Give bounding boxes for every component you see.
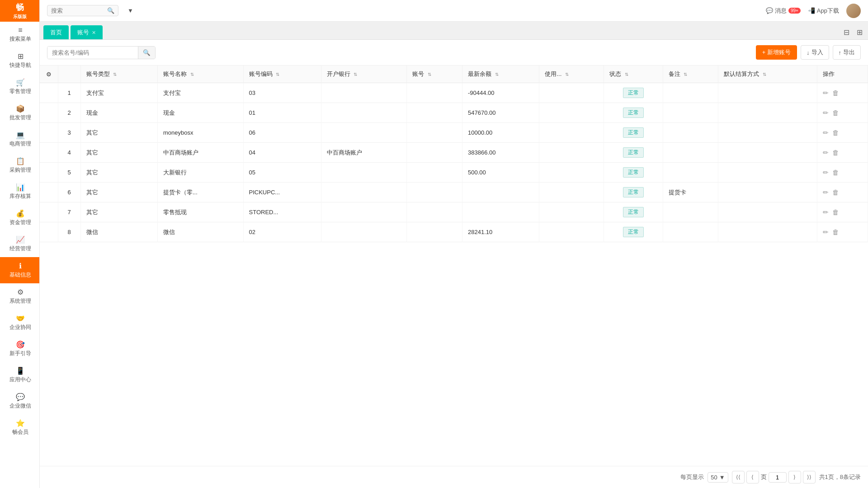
row-actions: ✏ 🗑 — [817, 143, 868, 163]
edit-icon[interactable]: ✏ — [823, 129, 829, 137]
table-row: 6 其它 提货卡（零... PICKUPC... 正常 提货卡 ✏ 🗑 — [40, 183, 868, 202]
content-toolbar: 🔍 + 新增账号 ↓ 导入 ↑ 导出 — [40, 40, 868, 66]
edit-icon[interactable]: ✏ — [823, 109, 829, 117]
row-usage — [539, 123, 604, 143]
toolbar-right: + 新增账号 ↓ 导入 ↑ 导出 — [756, 45, 861, 60]
delete-icon[interactable]: 🗑 — [832, 228, 839, 236]
col-balance[interactable]: 最新余额 ⇅ — [462, 66, 539, 83]
row-num: 5 — [58, 163, 80, 183]
tab-account-close[interactable]: ✕ — [92, 30, 96, 36]
col-code[interactable]: 账号编码 ⇅ — [243, 66, 321, 83]
sidebar-item-vip-member[interactable]: ⭐ 畅会员 — [0, 414, 39, 441]
tab-home[interactable]: 首页 — [43, 25, 69, 39]
topbar-right: 💬 消息 99+ 📲 App下载 — [766, 4, 861, 18]
col-usage[interactable]: 使用... ⇅ — [539, 66, 604, 83]
edit-icon[interactable]: ✏ — [823, 89, 829, 97]
message-badge: 99+ — [788, 8, 801, 14]
account-search-box[interactable]: 🔍 — [47, 46, 156, 59]
row-usage — [539, 83, 604, 103]
tab-minimize-btn[interactable]: ⊟ — [842, 27, 851, 38]
row-status: 正常 — [604, 222, 663, 242]
col-gear[interactable]: ⚙ — [40, 66, 58, 83]
account-search-input[interactable] — [47, 47, 138, 59]
row-code: 01 — [243, 103, 321, 123]
edit-icon[interactable]: ✏ — [823, 208, 829, 216]
row-name: 现金 — [157, 103, 243, 123]
sidebar-item-corp-agreement[interactable]: 🤝 企业协同 — [0, 310, 39, 336]
status-badge: 正常 — [623, 167, 644, 178]
sidebar-item-search-order[interactable]: ≡ 搜索菜单 — [0, 22, 39, 47]
delete-icon[interactable]: 🗑 — [832, 129, 839, 136]
sidebar-item-ecommerce-mgmt[interactable]: 💻 电商管理 — [0, 126, 39, 152]
sort-type-icon: ⇅ — [113, 72, 117, 77]
page-number-input[interactable] — [769, 472, 787, 483]
topbar-app-download[interactable]: 📲 App下载 — [808, 7, 839, 15]
sidebar-item-inventory[interactable]: 📊 库存核算 — [0, 178, 39, 205]
sidebar-item-ops-mgmt[interactable]: 📈 经营管理 — [0, 231, 39, 257]
edit-icon[interactable]: ✏ — [823, 228, 829, 236]
user-avatar[interactable] — [846, 4, 861, 18]
sidebar-item-quick-nav[interactable]: ⊞ 快捷导航 — [0, 47, 39, 74]
col-settlement[interactable]: 默认结算方式 ⇅ — [718, 66, 817, 83]
col-bank[interactable]: 开户银行 ⇅ — [321, 66, 407, 83]
sidebar-item-label-vip: 畅会员 — [12, 428, 28, 436]
row-bank — [321, 103, 407, 123]
sidebar-item-purchase-mgmt[interactable]: 📋 采购管理 — [0, 152, 39, 178]
status-badge: 正常 — [623, 207, 644, 217]
row-num: 1 — [58, 83, 80, 103]
sidebar-item-label-app: 应用中心 — [9, 376, 31, 384]
message-label: 消息 — [775, 7, 787, 15]
row-settlement — [718, 222, 817, 242]
row-bank — [321, 163, 407, 183]
sort-name-icon: ⇅ — [190, 72, 194, 77]
tab-account[interactable]: 账号 ✕ — [71, 25, 103, 39]
row-num: 6 — [58, 183, 80, 202]
delete-icon[interactable]: 🗑 — [832, 109, 839, 117]
topbar-search-box[interactable]: 🔍 — [47, 5, 118, 16]
topbar-dropdown[interactable]: ▼ — [124, 5, 137, 16]
delete-icon[interactable]: 🗑 — [832, 149, 839, 156]
page-size-select[interactable]: 50 ▼ — [708, 472, 728, 483]
sidebar-item-fund-mgmt[interactable]: 💰 资金管理 — [0, 205, 39, 231]
col-name[interactable]: 账号名称 ⇅ — [157, 66, 243, 83]
col-type[interactable]: 账号类型 ⇅ — [80, 66, 157, 83]
page-last-btn[interactable]: ⟩⟩ — [803, 471, 816, 483]
page-next-btn[interactable]: ⟩ — [788, 471, 801, 483]
tab-maximize-btn[interactable]: ⊞ — [855, 27, 864, 38]
add-account-button[interactable]: + 新增账号 — [756, 45, 797, 60]
sidebar-item-basic-info[interactable]: ℹ 基础信息 — [0, 257, 39, 283]
page-prev-btn[interactable]: ⟨ — [746, 471, 759, 483]
delete-icon[interactable]: 🗑 — [832, 89, 839, 97]
row-note — [663, 143, 718, 163]
delete-icon[interactable]: 🗑 — [832, 208, 839, 216]
row-status: 正常 — [604, 103, 663, 123]
topbar-messages[interactable]: 💬 消息 99+ — [766, 7, 801, 15]
page-size-value: 50 — [711, 474, 717, 481]
sidebar-item-wholesale-mgmt[interactable]: 📦 批发管理 — [0, 100, 39, 126]
edit-icon[interactable]: ✏ — [823, 188, 829, 197]
sidebar-item-sys-mgmt[interactable]: ⚙ 系统管理 — [0, 283, 39, 310]
main-area: 🔍 ▼ 💬 消息 99+ 📲 App下载 首页 账号 ✕ — [40, 0, 868, 488]
import-button[interactable]: ↓ 导入 — [801, 45, 829, 60]
page-first-btn[interactable]: ⟨⟨ — [732, 471, 745, 483]
edit-icon[interactable]: ✏ — [823, 169, 829, 177]
topbar-search-input[interactable] — [51, 7, 105, 14]
sidebar-item-app-center[interactable]: 📱 应用中心 — [0, 362, 39, 388]
col-status[interactable]: 状态 ⇅ — [604, 66, 663, 83]
row-name: 零售抵现 — [157, 202, 243, 222]
account-search-button[interactable]: 🔍 — [138, 47, 155, 59]
sidebar-item-label-fund: 资金管理 — [9, 219, 31, 226]
row-type: 其它 — [80, 143, 157, 163]
edit-icon[interactable]: ✏ — [823, 149, 829, 157]
col-note[interactable]: 备注 ⇅ — [663, 66, 718, 83]
sidebar-item-retail-mgmt[interactable]: 🛒 零售管理 — [0, 74, 39, 100]
col-account[interactable]: 账号 ⇅ — [407, 66, 462, 83]
sidebar-item-label-ecommerce: 电商管理 — [9, 140, 31, 148]
sidebar-item-label-retail: 零售管理 — [9, 88, 31, 95]
row-actions: ✏ 🗑 — [817, 103, 868, 123]
export-button[interactable]: ↑ 导出 — [833, 45, 861, 60]
delete-icon[interactable]: 🗑 — [832, 188, 839, 196]
sidebar-item-corp-wechat[interactable]: 💬 企业微信 — [0, 388, 39, 414]
sidebar-item-new-guide[interactable]: 🎯 新手引导 — [0, 336, 39, 362]
delete-icon[interactable]: 🗑 — [832, 169, 839, 176]
